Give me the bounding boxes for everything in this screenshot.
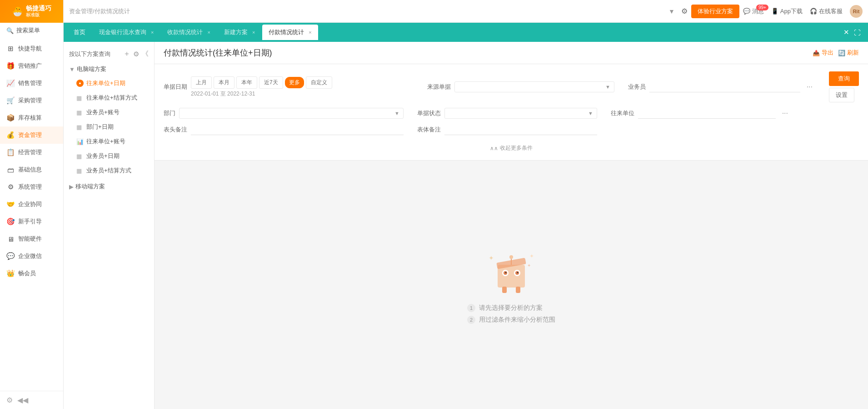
svg-point-6 bbox=[505, 272, 507, 273]
topbar-chevron-icon[interactable]: ▼ bbox=[668, 8, 675, 15]
scheme-item-partner-date[interactable]: ● 往来单位+日期 bbox=[64, 76, 154, 91]
scheme-item-partner-account[interactable]: 📊 往来单位+账号 bbox=[64, 134, 154, 149]
refresh-btn[interactable]: 🔄 刷新 bbox=[838, 49, 859, 57]
table-header-note-input[interactable] bbox=[191, 124, 404, 135]
expand-icon: ▼ bbox=[69, 66, 75, 73]
tab-payment-stats[interactable]: 付款情况统计 × bbox=[262, 25, 318, 40]
tab-new-scheme[interactable]: 新建方案 × bbox=[218, 25, 261, 40]
tab-receipt-stats-close-icon[interactable]: × bbox=[207, 30, 210, 35]
breadcrumb-text: 资金管理/付款情况统计 bbox=[69, 7, 130, 15]
online-service-btn[interactable]: 🎧 在线客服 bbox=[810, 7, 843, 15]
date-last-month-btn[interactable]: 上月 bbox=[191, 76, 212, 89]
desktop-group-header[interactable]: ▼ 电脑端方案 bbox=[64, 62, 154, 76]
sidebar-item-system[interactable]: ⚙ 系统管理 bbox=[0, 178, 63, 196]
source-label: 来源单据 bbox=[427, 83, 451, 91]
table-header-note-label: 表头备注 bbox=[164, 126, 187, 134]
query-btn[interactable]: 查询 bbox=[829, 71, 859, 86]
scheme-item-salesman-account[interactable]: ▦ 业务员+账号 bbox=[64, 105, 154, 120]
sidebar-item-label: 系统管理 bbox=[18, 183, 42, 191]
sidebar-item-inventory[interactable]: 📦 库存核算 bbox=[0, 109, 63, 126]
settings-icon[interactable]: ⚙ bbox=[6, 396, 13, 404]
export-btn[interactable]: 📤 导出 bbox=[813, 49, 833, 57]
tab-new-scheme-close-icon[interactable]: × bbox=[252, 30, 255, 35]
scheme-collapse-icon[interactable]: 《 bbox=[142, 50, 149, 58]
tab-payment-stats-label: 付款情况统计 bbox=[269, 28, 304, 36]
date-this-month-btn[interactable]: 本月 bbox=[214, 76, 234, 89]
maximize-icon[interactable]: ⛶ bbox=[854, 29, 861, 36]
scheme-settings-icon[interactable]: ⚙ bbox=[133, 50, 139, 58]
dept-select[interactable]: ▼ bbox=[179, 108, 404, 119]
sidebar-item-marketing[interactable]: 🎁 营销推广 bbox=[0, 57, 63, 75]
sidebar-item-sales[interactable]: 📈 销售管理 bbox=[0, 75, 63, 92]
sidebar-item-basic-info[interactable]: 🗃 基础信息 bbox=[0, 161, 63, 178]
scheme-item-salesman-settle[interactable]: ▦ 业务员+结算方式 bbox=[64, 163, 154, 178]
tab-receipt-stats[interactable]: 收款情况统计 × bbox=[161, 25, 216, 40]
sidebar-item-label: 基础信息 bbox=[18, 166, 42, 174]
sidebar-item-label: 智能硬件 bbox=[18, 235, 42, 243]
scheme-item-partner-settle[interactable]: ▦ 往来单位+结算方式 bbox=[64, 91, 154, 105]
sidebar-item-operations[interactable]: 📋 经营管理 bbox=[0, 144, 63, 161]
tab-bank-flow[interactable]: 现金银行流水查询 × bbox=[93, 25, 160, 40]
home-label: 首页 bbox=[74, 28, 85, 36]
date-custom-btn[interactable]: 自定义 bbox=[306, 76, 332, 89]
scheme-panel-label: 按以下方案查询 bbox=[69, 50, 110, 58]
mobile-group-header[interactable]: ▶ 移动端方案 bbox=[64, 180, 154, 193]
dept-select-arrow: ▼ bbox=[394, 111, 399, 116]
sidebar-item-label: 畅会员 bbox=[18, 269, 36, 278]
sidebar-item-enterprise[interactable]: 🤝 企业协同 bbox=[0, 196, 63, 213]
svg-rect-10 bbox=[502, 287, 507, 293]
source-select[interactable]: ▼ bbox=[454, 81, 614, 92]
table-body-note-input[interactable] bbox=[444, 124, 597, 135]
tab-payment-stats-close-icon[interactable]: × bbox=[309, 30, 311, 35]
phone-icon: 📱 bbox=[771, 8, 778, 15]
sidebar-item-label: 新手引导 bbox=[18, 217, 42, 226]
sidebar-item-wechat[interactable]: 💬 企业微信 bbox=[0, 247, 63, 265]
partner-input[interactable] bbox=[638, 108, 776, 119]
table-icon3: ▦ bbox=[76, 124, 84, 131]
user-avatar[interactable]: Rit bbox=[850, 5, 863, 18]
salesman-more-btn[interactable]: ··· bbox=[804, 82, 815, 92]
salesman-input[interactable] bbox=[649, 81, 800, 92]
date-more-btn[interactable]: 更多 bbox=[285, 77, 304, 88]
search-menu[interactable]: 🔍 搜索菜单 bbox=[0, 23, 63, 38]
table-icon: ▦ bbox=[76, 95, 84, 101]
trial-btn[interactable]: 体验行业方案 bbox=[691, 5, 739, 18]
scheme-item-dept-date[interactable]: ▦ 部门+日期 bbox=[64, 120, 154, 134]
doc-status-select-arrow: ▼ bbox=[588, 111, 593, 116]
collapse-up-icon: ∧∧ bbox=[490, 145, 498, 151]
sidebar-item-purchase[interactable]: 🛒 采购管理 bbox=[0, 92, 63, 109]
collapse-bar[interactable]: ∧∧ 收起更多条件 bbox=[164, 141, 859, 156]
quick-nav-icon: ⊞ bbox=[6, 45, 15, 53]
date-7days-btn[interactable]: 近7天 bbox=[259, 76, 283, 89]
topbar-gear-icon[interactable]: ⚙ bbox=[681, 7, 688, 15]
date-this-year-btn[interactable]: 本年 bbox=[236, 76, 257, 89]
close-all-icon[interactable]: ✕ bbox=[843, 28, 849, 36]
membership-icon: 👑 bbox=[6, 269, 15, 278]
app-download-btn[interactable]: 📱 App下载 bbox=[771, 7, 803, 15]
tab-home[interactable]: 首页 bbox=[67, 25, 92, 40]
tab-bank-flow-close-icon[interactable]: × bbox=[151, 30, 154, 35]
avatar-text: Rit bbox=[853, 9, 860, 14]
setting-btn[interactable]: 设置 bbox=[829, 88, 854, 102]
add-scheme-icon[interactable]: ＋ bbox=[123, 49, 130, 59]
sidebar-item-hardware[interactable]: 🖥 智能硬件 bbox=[0, 230, 63, 247]
message-btn[interactable]: 💬 消息 99+ bbox=[743, 7, 764, 15]
hardware-icon: 🖥 bbox=[6, 235, 15, 243]
empty-state: ✦ ✦ ✦ 1 请先选择要分析的方案 2 用过滤条件来缩小分析范围 bbox=[155, 161, 868, 409]
sidebar-item-label: 资金管理 bbox=[18, 131, 42, 139]
enterprise-icon: 🤝 bbox=[6, 200, 15, 208]
collapse-sidebar-icon[interactable]: ◀◀ bbox=[17, 396, 28, 404]
mobile-scheme-group: ▶ 移动端方案 bbox=[64, 179, 154, 194]
chart-icon: 📊 bbox=[76, 138, 84, 145]
salesman-label: 业务员 bbox=[628, 83, 646, 91]
sidebar-item-capital[interactable]: 💰 资金管理 bbox=[0, 126, 63, 144]
sidebar-item-quick-nav[interactable]: ⊞ 快捷导航 bbox=[0, 40, 63, 57]
sidebar-item-membership[interactable]: 👑 畅会员 bbox=[0, 265, 63, 282]
scheme-item-salesman-date[interactable]: ▦ 业务员+日期 bbox=[64, 149, 154, 163]
doc-status-select[interactable]: ▼ bbox=[444, 108, 597, 119]
tab-new-scheme-label: 新建方案 bbox=[224, 28, 248, 36]
dept-label: 部门 bbox=[164, 109, 175, 117]
breadcrumb: 资金管理/付款情况统计 bbox=[69, 7, 665, 15]
partner-more-btn[interactable]: ··· bbox=[779, 108, 791, 118]
sidebar-item-guide[interactable]: 🎯 新手引导 bbox=[0, 213, 63, 230]
